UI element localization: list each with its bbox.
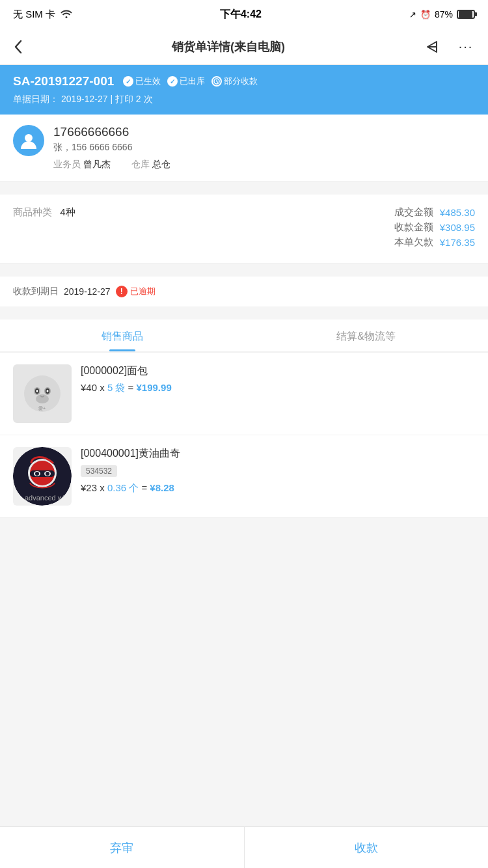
tab-sales-products[interactable]: 销售商品: [0, 319, 244, 351]
due-label: 收款到期日: [13, 286, 59, 297]
svg-point-7: [36, 390, 38, 392]
cancel-button[interactable]: 弃审: [0, 827, 245, 868]
product-tag-cookie: 534532: [81, 465, 117, 477]
badge-effective: ✓ 已生效: [123, 75, 161, 87]
check-icon-2: ✓: [167, 76, 178, 87]
customer-meta: 业务员 曾凡杰 仓库 总仓: [53, 159, 475, 170]
product-name-bread: [0000002]面包: [81, 364, 475, 378]
order-number: SA-20191227-001: [13, 74, 114, 88]
product-image-cookie: advanced whale: [13, 447, 72, 506]
status-bar: 无 SIM 卡 下午4:42 ↗ ⏰ 87%: [0, 0, 488, 29]
location-icon: ↗: [409, 10, 416, 20]
badge-shipped: ✓ 已出库: [167, 75, 205, 87]
product-item: 爱+ [0000002]面包 ¥40 x 5 袋 = ¥199.99: [0, 353, 488, 435]
staff-meta: 业务员 曾凡杰: [53, 159, 111, 170]
carrier-label: 无 SIM 卡: [13, 8, 55, 21]
battery-percent: 87%: [435, 9, 453, 20]
overdue-text: 已逾期: [130, 286, 156, 297]
more-button[interactable]: ···: [454, 35, 478, 59]
svg-point-17: [35, 472, 39, 476]
nav-bar: 销货单详情(来自电脑) ···: [0, 29, 488, 65]
customer-name: 17666666666: [53, 125, 475, 139]
due-date-section: 收款到期日 2019-12-27 ! 已逾期: [0, 277, 488, 306]
svg-text:爱+: 爱+: [38, 406, 46, 411]
product-type-info: 商品种类 4种: [13, 206, 75, 219]
svg-text:advanced whale: advanced whale: [25, 494, 72, 502]
received-label: 收款金额: [394, 221, 433, 234]
amount-value: ¥485.30: [440, 207, 475, 218]
svg-point-8: [47, 390, 49, 392]
customer-section: 17666666666 张，156 6666 6666 业务员 曾凡杰 仓库 总…: [0, 115, 488, 182]
svg-rect-14: [30, 470, 55, 477]
status-time: 下午4:42: [220, 8, 262, 21]
summary-section: 商品种类 4种 成交金额 ¥485.30 收款金额 ¥308.95 本单欠款 ¥…: [0, 195, 488, 264]
products-section: 爱+ [0000002]面包 ¥40 x 5 袋 = ¥199.99: [0, 353, 488, 518]
product-item-cookie: advanced whale [000400001]黄油曲奇 534532 ¥2…: [0, 435, 488, 518]
nav-actions: ···: [420, 35, 488, 59]
received-value: ¥308.95: [440, 222, 475, 233]
svg-point-18: [46, 472, 49, 476]
owed-value: ¥176.35: [440, 237, 475, 248]
wifi-icon: [61, 9, 72, 20]
badge-partial-payment: 部分收款: [211, 75, 258, 87]
avatar: [13, 125, 44, 156]
customer-info: 17666666666 张，156 6666 6666 业务员 曾凡杰 仓库 总…: [53, 125, 475, 170]
tabs-section: 销售商品 结算&物流等: [0, 319, 488, 353]
tab-settlement-logistics[interactable]: 结算&物流等: [244, 319, 488, 351]
overdue-icon: !: [116, 286, 128, 297]
product-price-bread: ¥40 x 5 袋 = ¥199.99: [81, 382, 475, 394]
clock-icon: [211, 76, 222, 87]
check-icon-1: ✓: [123, 76, 133, 87]
financial-summary: 成交金额 ¥485.30 收款金额 ¥308.95 本单欠款 ¥176.35: [394, 206, 475, 251]
product-details-cookie: [000400001]黄油曲奇 534532 ¥23 x 0.36 个 = ¥8…: [81, 447, 475, 495]
warehouse-meta: 仓库 总仓: [131, 159, 170, 170]
bottom-bar: 弃审 收款: [0, 826, 488, 868]
customer-phone: 张，156 6666 6666: [53, 142, 475, 154]
product-image-bread: 爱+: [13, 364, 72, 423]
order-date: 单据日期： 2019-12-27 | 打印 2 次: [13, 94, 475, 105]
owed-label: 本单欠款: [394, 236, 433, 249]
confirm-button[interactable]: 收款: [245, 827, 489, 868]
product-details-bread: [0000002]面包 ¥40 x 5 袋 = ¥199.99: [81, 364, 475, 394]
svg-point-1: [25, 134, 33, 142]
amount-label: 成交金额: [394, 206, 433, 219]
share-button[interactable]: [420, 35, 444, 59]
battery-icon: [457, 10, 475, 19]
back-button[interactable]: [0, 29, 36, 65]
due-date-value: 2019-12-27: [64, 286, 111, 297]
order-header: SA-20191227-001 ✓ 已生效 ✓ 已出库 部分收款: [0, 65, 488, 115]
status-right: ↗ ⏰ 87%: [409, 9, 475, 20]
alarm-icon: ⏰: [420, 10, 431, 20]
status-badges: ✓ 已生效 ✓ 已出库 部分收款: [123, 75, 258, 87]
svg-point-9: [36, 394, 49, 403]
tabs: 销售商品 结算&物流等: [0, 319, 488, 351]
page-title: 销货单详情(来自电脑): [36, 39, 420, 55]
status-left: 无 SIM 卡: [13, 8, 72, 21]
product-price-cookie: ¥23 x 0.36 个 = ¥8.28: [81, 482, 475, 495]
overdue-badge: ! 已逾期: [116, 286, 156, 297]
product-name-cookie: [000400001]黄油曲奇: [81, 447, 475, 461]
